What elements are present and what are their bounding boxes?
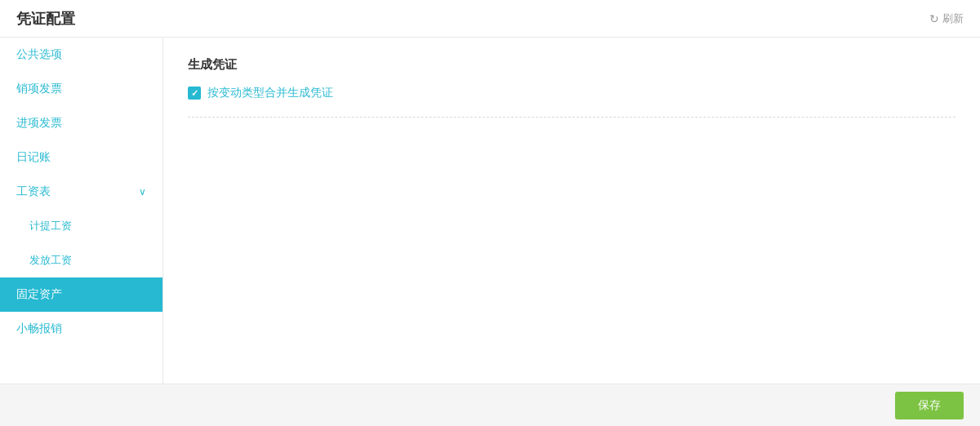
content-area: 生成凭证 按变动类型合并生成凭证 bbox=[163, 38, 980, 384]
sidebar-item-fixed-assets[interactable]: 固定资产 bbox=[0, 277, 163, 312]
sidebar-item-public-options[interactable]: 公共选项 bbox=[0, 38, 163, 72]
page-title: 凭证配置 bbox=[16, 9, 75, 29]
sidebar-item-label: 工资表 bbox=[16, 184, 51, 199]
sidebar-item-label: 小畅报销 bbox=[16, 322, 62, 336]
refresh-button[interactable]: ↻ 刷新 bbox=[929, 11, 964, 26]
section-title: 生成凭证 bbox=[188, 57, 956, 73]
sidebar: 公共选项销项发票进项发票日记账工资表∨计提工资发放工资固定资产小畅报销 bbox=[0, 38, 163, 384]
sidebar-item-label: 进项发票 bbox=[16, 116, 62, 131]
checkbox-row[interactable]: 按变动类型合并生成凭证 bbox=[188, 86, 956, 100]
sidebar-item-label: 固定资产 bbox=[16, 287, 62, 302]
sidebar-item-label: 公共选项 bbox=[16, 47, 62, 62]
sidebar-item-label: 发放工资 bbox=[29, 253, 72, 268]
sidebar-item-purchase-invoice[interactable]: 进项发票 bbox=[0, 106, 163, 140]
chevron-down-icon: ∨ bbox=[139, 186, 146, 197]
sidebar-item-expense-report[interactable]: 小畅报销 bbox=[0, 312, 163, 346]
header: 凭证配置 ↻ 刷新 bbox=[0, 0, 980, 38]
section-divider bbox=[188, 117, 956, 118]
sidebar-item-payroll-pay[interactable]: 发放工资 bbox=[0, 243, 163, 277]
sidebar-item-label: 计提工资 bbox=[29, 219, 72, 233]
merge-checkbox-label[interactable]: 按变动类型合并生成凭证 bbox=[207, 86, 333, 100]
refresh-label: 刷新 bbox=[942, 11, 964, 26]
merge-checkbox[interactable] bbox=[188, 87, 201, 100]
sidebar-item-label: 日记账 bbox=[16, 150, 51, 165]
sidebar-item-label: 销项发票 bbox=[16, 82, 62, 96]
footer: 保存 bbox=[0, 384, 980, 426]
save-button[interactable]: 保存 bbox=[895, 392, 964, 419]
sidebar-item-payroll-table[interactable]: 工资表∨ bbox=[0, 175, 163, 209]
main-container: 公共选项销项发票进项发票日记账工资表∨计提工资发放工资固定资产小畅报销 生成凭证… bbox=[0, 38, 980, 384]
sidebar-item-payroll-calc[interactable]: 计提工资 bbox=[0, 209, 163, 243]
sidebar-item-sales-invoice[interactable]: 销项发票 bbox=[0, 72, 163, 106]
refresh-icon: ↻ bbox=[929, 12, 939, 25]
sidebar-item-journal[interactable]: 日记账 bbox=[0, 140, 163, 175]
